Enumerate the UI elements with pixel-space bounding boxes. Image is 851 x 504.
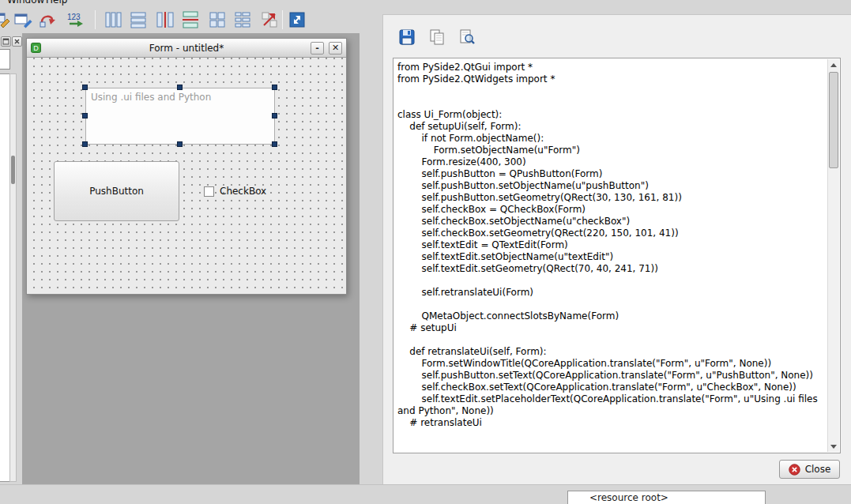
code-line: Form.setObjectName(u"Form") (397, 145, 827, 156)
layout-horizontal-icon[interactable] (103, 9, 123, 30)
selection-handle-ne[interactable] (272, 85, 277, 90)
code-line: self.textEdit = QTextEdit(Form) (397, 239, 827, 251)
code-line: def retranslateUi(self, Form): (397, 346, 827, 358)
layout-grid-icon[interactable] (207, 9, 228, 30)
form-editor-window[interactable]: D Form - untitled* - ✕ Using .ui files a… (26, 38, 347, 295)
selection-handle-nw[interactable] (82, 85, 88, 90)
code-line: self.pushButton.setObjectName(u"pushButt… (397, 180, 827, 192)
code-line: # setupUi (397, 322, 827, 334)
code-line (397, 85, 827, 97)
selection-handle-e[interactable] (272, 113, 277, 118)
widget-box-scrollbar-thumb[interactable] (11, 156, 15, 184)
svg-text:123: 123 (67, 13, 81, 21)
form-window-title: Form - untitled* (27, 43, 346, 54)
bottom-dock-strip: <resource root> (0, 484, 851, 504)
selection-handle-w[interactable] (82, 113, 88, 118)
code-line: if not Form.objectName(): (397, 133, 827, 145)
code-line: self.textEdit.setGeometry(QRect(70, 40, … (397, 263, 827, 275)
code-line: self.textEdit.setObjectName(u"textEdit") (397, 251, 827, 263)
pushbutton-widget[interactable]: PushButton (54, 161, 179, 221)
code-line: self.textEdit.setPlaceholderText(QCoreAp… (397, 393, 827, 405)
code-line: Form.setWindowTitle(QCoreApplication.tra… (397, 358, 827, 370)
selection-handle-s[interactable] (177, 141, 183, 147)
code-line: self.pushButton = QPushButton(Form) (397, 168, 827, 180)
code-line: QMetaObject.connectSlotsByName(Form) (397, 310, 827, 322)
resource-browser: <resource root> (567, 491, 766, 504)
layout-form-icon[interactable] (232, 9, 253, 30)
menu-help[interactable]: Help (46, 0, 67, 6)
code-content: from PySide2.QtGui import *from PySide2.… (393, 58, 827, 453)
layout-vertical-icon[interactable] (128, 9, 149, 30)
close-dialog-button[interactable]: Close (779, 460, 840, 479)
code-line: from PySide2.QtWidgets import * (397, 73, 827, 85)
selection-handle-n[interactable] (177, 85, 183, 90)
selection-handle-se[interactable] (272, 141, 277, 147)
scrollbar-thumb[interactable] (829, 72, 838, 168)
dock-close-button[interactable] (12, 36, 22, 47)
minimize-button[interactable]: - (311, 42, 324, 55)
checkbox-indicator[interactable] (204, 186, 214, 197)
widget-box-filter-input[interactable] (0, 49, 10, 70)
pushbutton-label: PushButton (89, 186, 144, 197)
scroll-down-button[interactable] (828, 441, 839, 452)
qt-designer-window: Window Help 123 (0, 0, 851, 504)
close-button-label: Close (805, 464, 831, 475)
code-line (397, 97, 827, 109)
code-line: self.retranslateUi(Form) (397, 287, 827, 299)
code-line: class Ui_Form(object): (397, 109, 827, 121)
dock-float-button[interactable] (1, 36, 11, 47)
edit-widgets-icon[interactable] (0, 9, 11, 30)
code-line (397, 275, 827, 287)
code-line: self.checkBox.setObjectName(u"checkBox") (397, 216, 827, 228)
save-icon[interactable] (397, 28, 416, 47)
layout-horizontal-splitter-icon[interactable] (155, 9, 175, 30)
form-canvas[interactable]: Using .ui files and Python PushButton Ch… (27, 58, 346, 294)
code-preview-dialog: from PySide2.QtGui import *from PySide2.… (382, 14, 851, 486)
resource-root-item[interactable]: <resource root> (568, 491, 765, 504)
edit-tab-order-icon[interactable]: 123 (65, 9, 85, 30)
code-line: self.pushButton.setText(QCoreApplication… (397, 370, 827, 382)
adjust-size-icon[interactable] (287, 9, 307, 30)
code-line: self.checkBox.setText(QCoreApplication.t… (397, 382, 827, 393)
code-line: and Python", None)) (397, 405, 827, 417)
code-line: self.pushButton.setGeometry(QRect(30, 13… (397, 192, 827, 204)
close-button[interactable]: ✕ (329, 42, 342, 55)
code-line: def setupUi(self, Form): (397, 121, 827, 133)
code-line (397, 299, 827, 310)
svg-text:D: D (33, 44, 39, 52)
arrow-up-icon (830, 63, 837, 67)
scroll-up-button[interactable] (828, 59, 839, 70)
code-text-area[interactable]: from PySide2.QtGui import *from PySide2.… (393, 58, 841, 453)
checkbox-label: CheckBox (220, 186, 266, 197)
close-circle-icon (789, 464, 800, 476)
find-icon[interactable] (458, 28, 476, 47)
checkbox-widget[interactable]: CheckBox (204, 186, 266, 197)
textedit-widget[interactable]: Using .ui files and Python (85, 88, 275, 145)
code-line (397, 334, 827, 346)
toolbar-separator (95, 10, 96, 29)
edit-buddies-icon[interactable] (38, 9, 58, 30)
layout-vertical-splitter-icon[interactable] (180, 9, 201, 30)
textedit-placeholder: Using .ui files and Python (86, 88, 274, 106)
form-window-titlebar[interactable]: D Form - untitled* - ✕ (27, 39, 346, 58)
code-line: # retranslateUi (397, 417, 827, 429)
edit-signals-slots-icon[interactable] (13, 9, 33, 30)
code-dialog-toolbar (397, 28, 476, 48)
toolbar-separator (282, 10, 283, 29)
menu-window[interactable]: Window (7, 0, 44, 6)
code-line: self.checkBox.setGeometry(QRect(220, 150… (397, 228, 827, 239)
code-line: Form.resize(400, 300) (397, 156, 827, 168)
code-line: self.checkBox = QCheckBox(Form) (397, 204, 827, 216)
copy-icon[interactable] (427, 28, 446, 47)
designer-form-icon: D (31, 43, 41, 53)
selection-handle-sw[interactable] (82, 141, 88, 147)
code-line: from PySide2.QtGui import * (397, 62, 827, 73)
break-layout-icon[interactable] (259, 9, 280, 30)
code-vertical-scrollbar[interactable] (827, 59, 839, 452)
arrow-down-icon (830, 445, 837, 449)
widget-box-scrollbar[interactable] (9, 73, 17, 482)
